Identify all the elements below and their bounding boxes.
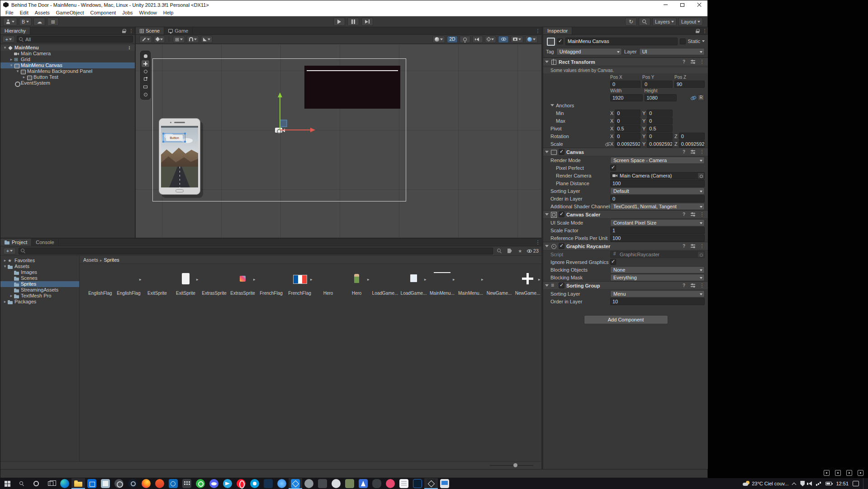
anchor-min-y-field[interactable]: 0 — [647, 110, 673, 117]
project-tree-item[interactable]: Scenes — [0, 275, 79, 281]
rect-tool[interactable] — [142, 83, 149, 90]
selected-ui-button-bounds[interactable]: Button — [163, 133, 185, 142]
hierarchy-item[interactable]: MainMenu Background Panel — [0, 68, 135, 74]
tab-inspector[interactable]: Inspector — [543, 27, 572, 34]
taskbar-app-button[interactable] — [370, 478, 384, 489]
taskbar-app-button[interactable] — [397, 478, 411, 489]
expand-subassets-icon[interactable] — [253, 276, 257, 281]
scene-audio-toggle[interactable] — [472, 36, 483, 43]
asset-item[interactable]: Hero — [314, 266, 342, 301]
draw-mode-dropdown[interactable] — [432, 36, 445, 43]
pivot-y-field[interactable]: 0.5 — [647, 125, 673, 132]
selection-handle[interactable] — [184, 141, 186, 143]
asset-item[interactable]: LoadGame... — [371, 266, 399, 301]
pause-button[interactable] — [347, 18, 359, 26]
presets-icon[interactable] — [691, 60, 695, 64]
scene-options-icon[interactable] — [127, 45, 135, 51]
component-menu-icon[interactable] — [698, 149, 706, 156]
ignore-reversed-checkbox[interactable] — [610, 259, 616, 265]
foldout-arrow-icon[interactable] — [9, 57, 14, 62]
project-tree-item[interactable]: Packages — [0, 299, 79, 305]
presets-icon[interactable] — [691, 244, 695, 248]
anchors-foldout-row[interactable]: Anchors — [543, 101, 708, 109]
save-search-button[interactable] — [517, 247, 524, 254]
network-tray-icon[interactable] — [816, 481, 821, 486]
battery-tray-icon[interactable] — [825, 482, 832, 485]
breadcrumb-root[interactable]: Assets — [83, 257, 98, 263]
hidden-packages-toggle[interactable]: 23 — [527, 248, 539, 254]
menu-item[interactable]: Edit — [17, 10, 32, 15]
sorting-layer-dropdown[interactable]: Default — [610, 187, 705, 195]
tray-expand-chevron-icon[interactable] — [792, 482, 796, 485]
asset-item[interactable]: FrenchFlag — [285, 266, 314, 301]
canvas-header[interactable]: Canvas — [543, 148, 708, 156]
transform-tool[interactable] — [142, 91, 149, 98]
taskbar-app-button[interactable] — [85, 478, 99, 489]
foldout-arrow-icon[interactable] — [2, 258, 8, 264]
tab-game[interactable]: Game — [164, 27, 193, 34]
taskbar-app-button[interactable] — [180, 478, 194, 489]
view-hand-tool[interactable] — [142, 53, 149, 59]
taskbar-app-button[interactable] — [329, 478, 343, 489]
taskbar-app-button[interactable] — [71, 478, 85, 489]
taskbar-app-button[interactable] — [411, 478, 424, 489]
pos-z-field[interactable]: 90 — [674, 81, 705, 88]
taskbar-app-button[interactable] — [302, 478, 316, 489]
uniform-scale-link-icon[interactable] — [605, 141, 610, 147]
foldout-arrow-icon[interactable] — [545, 284, 549, 287]
foldout-arrow-icon[interactable] — [545, 61, 549, 63]
rotation-x-field[interactable]: 0 — [615, 133, 640, 140]
weather-widget[interactable]: 23°C Ciel couv... — [743, 481, 788, 486]
help-icon[interactable] — [680, 58, 688, 66]
foldout-arrow-icon[interactable] — [2, 264, 8, 269]
panel-menu-button[interactable] — [701, 27, 708, 34]
scene-lighting-toggle[interactable] — [460, 36, 470, 43]
asset-item[interactable]: ExtrasSprite — [228, 266, 257, 301]
layer-dropdown[interactable]: UI — [639, 48, 705, 55]
menu-item[interactable]: Window — [136, 10, 160, 15]
scale-z-field[interactable]: 0.0092592 — [679, 140, 705, 148]
taskbar-app-button[interactable] — [207, 478, 221, 489]
tab-console[interactable]: Console — [32, 239, 58, 246]
menu-item[interactable]: Jobs — [119, 10, 136, 15]
gameobject-enabled-checkbox[interactable] — [557, 38, 563, 44]
breadcrumb-current[interactable]: Sprites — [104, 257, 119, 263]
foldout-arrow-icon[interactable] — [9, 62, 14, 68]
presets-icon[interactable] — [691, 283, 695, 288]
asset-item[interactable]: NewGame... — [485, 266, 513, 301]
rotation-z-field[interactable]: 0 — [679, 133, 705, 140]
pixel-perfect-checkbox[interactable] — [610, 165, 616, 171]
asset-item[interactable]: MainMenu... — [428, 266, 456, 301]
taskbar-app-button[interactable] — [384, 478, 397, 489]
create-asset-button[interactable] — [3, 248, 16, 254]
component-menu-icon[interactable] — [698, 243, 706, 250]
taskbar-app-button[interactable] — [356, 478, 370, 489]
tag-dropdown[interactable]: Untagged — [556, 48, 622, 55]
project-tree-item[interactable]: StreamingAssets — [0, 287, 79, 293]
layout-dropdown[interactable]: Layout — [678, 18, 703, 26]
help-icon[interactable] — [680, 149, 688, 156]
undo-history-button[interactable]: ↻ — [625, 18, 637, 26]
taskbar-app-button[interactable] — [343, 478, 356, 489]
asset-item[interactable]: FrenchFlag — [257, 266, 285, 301]
expand-subassets-icon[interactable] — [538, 276, 541, 281]
taskbar-app-button[interactable] — [261, 478, 275, 489]
asset-item[interactable]: Hero — [342, 266, 371, 301]
scale-factor-field[interactable]: 1 — [610, 227, 705, 234]
expand-subassets-icon[interactable] — [310, 276, 314, 281]
layers-dropdown[interactable]: Layers — [652, 18, 677, 26]
render-camera-object-field[interactable]: Main Camera (Camera) — [610, 172, 705, 179]
cloud-services-button[interactable]: ☁ — [33, 18, 45, 26]
close-button[interactable] — [691, 0, 707, 9]
taskbar-app-button[interactable] — [221, 478, 234, 489]
menu-item[interactable]: Help — [160, 10, 177, 15]
taskbar-app-button[interactable] — [99, 478, 112, 489]
help-icon[interactable] — [680, 282, 688, 289]
project-search-input[interactable] — [27, 248, 491, 254]
render-mode-dropdown[interactable]: Screen Space - Camera — [610, 157, 705, 164]
inspector-lock-button[interactable] — [694, 27, 701, 34]
asset-item[interactable]: EnglishFlag — [114, 266, 143, 301]
tray-overflow-icon[interactable] — [846, 470, 852, 476]
taskbar-app-button[interactable] — [126, 478, 139, 489]
expand-subassets-icon[interactable] — [481, 276, 485, 281]
